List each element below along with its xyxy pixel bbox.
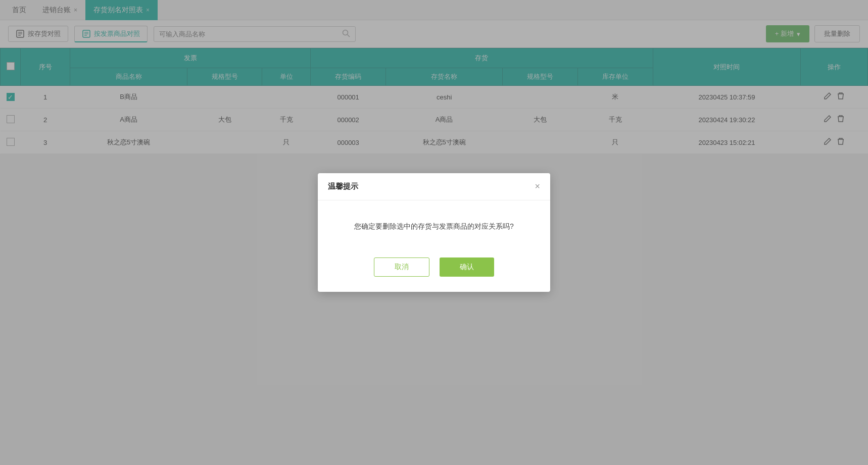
page-content: 按存货对照 按发票商品对照 (0, 20, 868, 154)
modal-overlay: 温馨提示 × 您确定要删除选中的存货与发票商品的对应关系吗? 取消 确认 (0, 0, 868, 154)
